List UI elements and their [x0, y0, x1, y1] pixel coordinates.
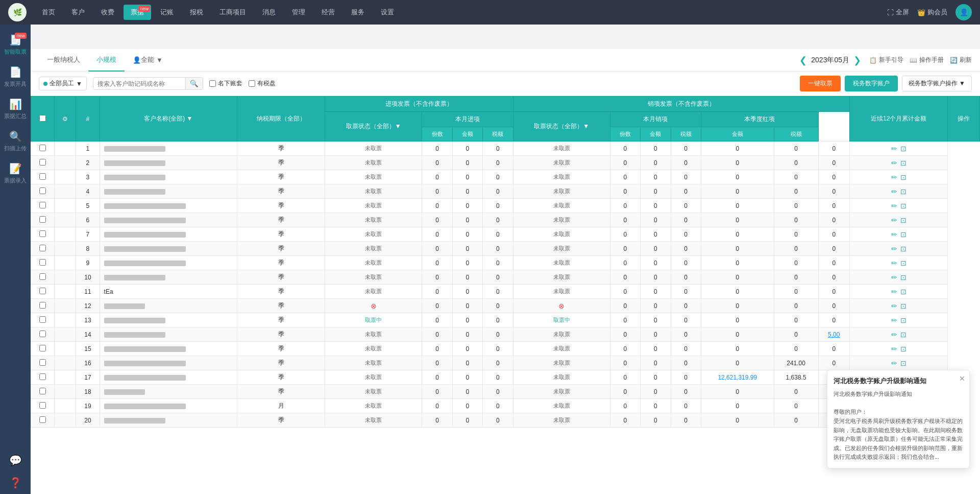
edit-icon[interactable]: ✏ — [891, 259, 897, 267]
vip-button[interactable]: 👑 购会员 — [917, 8, 947, 17]
row-checkbox[interactable] — [39, 302, 46, 309]
sidebar-item-help[interactable]: ❓ — [0, 472, 31, 494]
nav-business[interactable]: 工商项目 — [212, 5, 253, 20]
tax-digital-account-button[interactable]: 税务数字账户 — [845, 76, 898, 91]
copy-icon[interactable]: ⊡ — [900, 316, 906, 324]
nav-message[interactable]: 消息 — [255, 5, 283, 20]
row-checkbox[interactable] — [39, 402, 46, 409]
row-checkbox[interactable] — [39, 388, 46, 394]
search-button[interactable]: 🔍 — [185, 78, 203, 89]
manual-button[interactable]: 📖 操作手册 — [910, 56, 944, 64]
row-checkbox[interactable] — [39, 216, 46, 223]
hastaxdisk-checkbox[interactable] — [249, 80, 255, 87]
copy-icon[interactable]: ⊡ — [900, 302, 906, 310]
nav-service[interactable]: 服务 — [344, 5, 372, 20]
accum-amount-link[interactable]: 5.00 — [828, 331, 840, 338]
row-checkbox[interactable] — [39, 145, 46, 151]
unget-status: 未取票 — [553, 331, 570, 337]
sidebar-item-message[interactable]: 💬 — [0, 449, 31, 472]
user-avatar[interactable]: 👤 — [955, 4, 972, 20]
row-checkbox[interactable] — [39, 202, 46, 208]
nav-bookkeeping[interactable]: 记账 — [153, 5, 181, 20]
edit-icon[interactable]: ✏ — [891, 273, 897, 281]
edit-icon[interactable]: ✏ — [891, 245, 897, 253]
copy-icon[interactable]: ⊡ — [900, 245, 906, 253]
myaccount-checkbox[interactable] — [209, 80, 216, 87]
edit-icon[interactable]: ✏ — [891, 288, 897, 296]
copy-icon[interactable]: ⊡ — [900, 273, 906, 281]
one-click-fetch-button[interactable]: 一键取票 — [800, 76, 841, 91]
edit-icon[interactable]: ✏ — [891, 202, 897, 210]
copy-icon[interactable]: ⊡ — [900, 216, 906, 224]
copy-icon[interactable]: ⊡ — [900, 202, 906, 210]
copy-icon[interactable]: ⊡ — [900, 359, 906, 367]
nav-manage[interactable]: 管理 — [285, 5, 312, 20]
row-incount-cell: 0 — [422, 399, 452, 413]
tab-all[interactable]: 👤 全能 ▼ — [125, 49, 171, 72]
row-checkbox[interactable] — [39, 373, 46, 380]
month-next-button[interactable]: ❯ — [853, 55, 861, 66]
copy-icon[interactable]: ⊡ — [900, 145, 906, 153]
edit-icon[interactable]: ✏ — [891, 230, 897, 239]
refresh-button[interactable]: 🔄 刷新 — [950, 56, 972, 64]
row-outamount-cell: 0 — [641, 313, 671, 327]
row-checkbox[interactable] — [39, 173, 46, 180]
edit-icon[interactable]: ✏ — [891, 216, 897, 224]
row-checkbox[interactable] — [39, 416, 46, 423]
new-guide-button[interactable]: 📋 新手引导 — [869, 56, 903, 64]
edit-icon[interactable]: ✏ — [891, 187, 897, 196]
month-prev-button[interactable]: ❮ — [799, 55, 807, 66]
nav-invoice[interactable]: 票据 new — [124, 5, 151, 20]
checkbox-hastaxdisk[interactable]: 有税盘 — [249, 79, 276, 88]
edit-icon[interactable]: ✏ — [891, 159, 897, 167]
row-checkbox[interactable] — [39, 316, 46, 323]
copy-icon[interactable]: ⊡ — [900, 173, 906, 181]
row-checkbox[interactable] — [39, 187, 46, 194]
fullscreen-button[interactable]: ⛶ 全屏 — [887, 8, 909, 17]
nav-customer[interactable]: 客户 — [64, 5, 92, 20]
employee-filter[interactable]: 全部员工 ▼ — [39, 77, 87, 90]
row-actions-cell: ✏ ⊡ — [850, 342, 948, 356]
edit-icon[interactable]: ✏ — [891, 359, 897, 367]
notification-close-button[interactable]: ✕ — [959, 374, 965, 383]
tab-general-taxpayer[interactable]: 一般纳税人 — [39, 49, 88, 72]
row-checkbox[interactable] — [39, 359, 46, 366]
row-checkbox[interactable] — [39, 245, 46, 251]
nav-billing[interactable]: 收费 — [94, 5, 121, 20]
edit-icon[interactable]: ✏ — [891, 345, 897, 353]
row-checkbox[interactable] — [39, 273, 46, 280]
nav-home[interactable]: 首页 — [35, 5, 62, 20]
copy-icon[interactable]: ⊡ — [900, 288, 906, 296]
checkbox-myaccount[interactable]: 名下账套 — [209, 79, 242, 88]
copy-icon[interactable]: ⊡ — [900, 345, 906, 353]
copy-icon[interactable]: ⊡ — [900, 230, 906, 239]
edit-icon[interactable]: ✏ — [891, 145, 897, 153]
edit-icon[interactable]: ✏ — [891, 302, 897, 310]
edit-icon[interactable]: ✏ — [891, 316, 897, 324]
copy-icon[interactable]: ⊡ — [900, 259, 906, 267]
tax-digital-account-action-button[interactable]: 税务数字账户操作 ▼ — [902, 76, 972, 91]
copy-icon[interactable]: ⊡ — [900, 331, 906, 339]
select-all-checkbox[interactable] — [39, 115, 46, 122]
row-checkbox[interactable] — [39, 331, 46, 337]
sidebar-item-summary[interactable]: 📊 票据汇总 — [0, 93, 31, 125]
row-checkbox[interactable] — [39, 259, 46, 266]
row-checkbox[interactable] — [39, 345, 46, 351]
edit-icon[interactable]: ✏ — [891, 173, 897, 181]
row-checkbox[interactable] — [39, 230, 46, 237]
nav-tax[interactable]: 报税 — [183, 5, 210, 20]
sidebar-item-entry[interactable]: 📝 票据录入 — [0, 157, 31, 190]
copy-icon[interactable]: ⊡ — [900, 159, 906, 167]
sidebar-item-open-invoice[interactable]: 📄 发票开具 — [0, 61, 31, 93]
nav-settings[interactable]: 设置 — [374, 5, 401, 20]
copy-icon[interactable]: ⊡ — [900, 187, 906, 196]
row-checkbox-cell — [31, 327, 55, 342]
row-checkbox[interactable] — [39, 288, 46, 294]
edit-icon[interactable]: ✏ — [891, 331, 897, 339]
row-checkbox[interactable] — [39, 159, 46, 166]
tab-small-scale[interactable]: 小规模 — [88, 49, 125, 72]
search-input[interactable] — [93, 78, 185, 89]
row-name-cell — [100, 227, 237, 242]
nav-operation[interactable]: 经营 — [314, 5, 342, 20]
sidebar-item-scan[interactable]: 🔍 扫描上传 — [0, 125, 31, 157]
